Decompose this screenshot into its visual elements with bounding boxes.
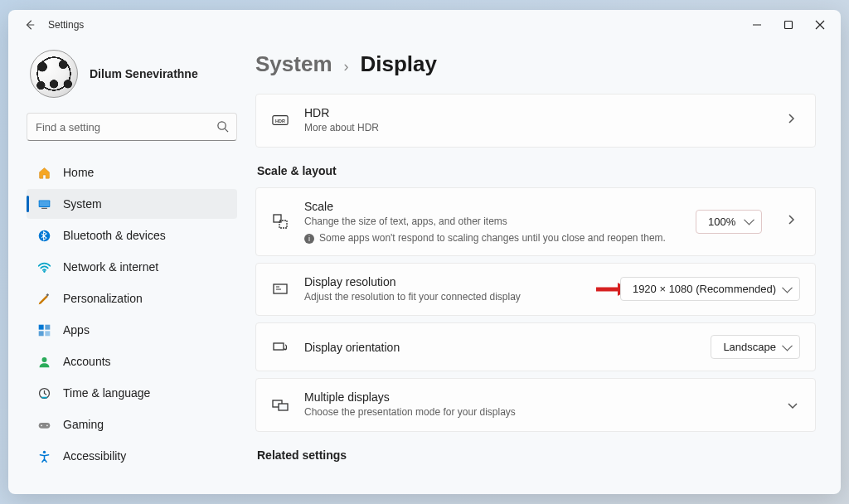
hdr-card[interactable]: HDR HDR More about HDR (255, 94, 816, 148)
nav-label: Network & internet (63, 260, 158, 274)
nav-label: Apps (63, 323, 90, 337)
titlebar: Settings (8, 10, 841, 40)
orientation-icon (271, 339, 289, 356)
home-icon (36, 165, 51, 180)
gaming-icon (36, 417, 51, 432)
orientation-card[interactable]: Display orientation Landscape (255, 322, 816, 371)
nav-network[interactable]: Network & internet (27, 252, 237, 282)
nav-accounts[interactable]: Accounts (27, 346, 237, 376)
svg-rect-11 (45, 331, 50, 336)
nav-gaming[interactable]: Gaming (27, 410, 237, 439)
svg-rect-23 (274, 343, 284, 350)
svg-point-17 (42, 450, 45, 453)
svg-rect-3 (39, 201, 49, 206)
nav-home[interactable]: Home (27, 158, 237, 187)
scale-dropdown[interactable]: 100% (696, 210, 762, 234)
nav-bluetooth[interactable]: Bluetooth & devices (27, 220, 237, 250)
chevron-right-icon (787, 113, 800, 128)
svg-rect-10 (38, 331, 43, 336)
profile[interactable]: Dilum Senevirathne (30, 50, 237, 98)
nav-time[interactable]: Time & language (27, 378, 237, 408)
search-input[interactable] (27, 113, 237, 141)
chevron-down-icon (787, 398, 800, 413)
nav-personalization[interactable]: Personalization (27, 284, 237, 313)
svg-text:HDR: HDR (275, 119, 285, 124)
nav-label: System (63, 197, 102, 211)
nav-label: Time & language (63, 386, 150, 400)
orientation-title: Display orientation (304, 341, 696, 354)
nav-label: Gaming (63, 418, 104, 431)
search-icon (216, 120, 229, 136)
svg-rect-9 (45, 324, 50, 329)
svg-point-16 (46, 424, 48, 426)
resolution-dropdown[interactable]: 1920 × 1080 (Recommended) (620, 277, 800, 301)
multiple-displays-icon (271, 397, 289, 414)
nav-label: Personalization (63, 292, 143, 305)
svg-point-15 (41, 424, 42, 426)
nav-system[interactable]: System (27, 189, 237, 219)
svg-point-6 (43, 270, 46, 273)
svg-rect-14 (38, 422, 50, 428)
hdr-sub: More about HDR (304, 121, 762, 135)
time-icon (36, 385, 51, 400)
scale-icon (271, 213, 289, 230)
svg-point-1 (218, 122, 226, 129)
svg-point-12 (41, 356, 46, 361)
breadcrumb-current: Display (361, 51, 438, 77)
back-button[interactable] (18, 19, 41, 31)
svg-rect-25 (279, 404, 288, 410)
network-icon (36, 259, 51, 274)
nav-apps[interactable]: Apps (27, 315, 237, 345)
hdr-icon: HDR (271, 114, 289, 126)
hdr-title: HDR (304, 106, 762, 119)
bluetooth-icon (36, 228, 51, 243)
svg-rect-0 (785, 22, 793, 29)
svg-rect-8 (38, 324, 43, 329)
minimize-button[interactable] (751, 19, 763, 31)
svg-rect-4 (41, 207, 47, 208)
system-icon (36, 196, 51, 211)
settings-window: Settings Dilum Senevirathne Home System … (8, 10, 841, 494)
info-icon: i (304, 234, 314, 244)
chevron-right-icon: › (344, 58, 349, 75)
chevron-right-icon (787, 214, 800, 229)
username: Dilum Senevirathne (90, 67, 198, 80)
window-title: Settings (48, 19, 84, 31)
maximize-button[interactable] (783, 19, 794, 31)
sidebar: Dilum Senevirathne Home System Bluetooth… (8, 40, 249, 494)
scale-card[interactable]: Scale Change the size of text, apps, and… (255, 187, 816, 256)
breadcrumb: System › Display (255, 51, 816, 77)
resolution-card[interactable]: Display resolution Adjust the resolution… (255, 263, 816, 317)
scale-title: Scale (304, 200, 681, 213)
scale-sub: Change the size of text, apps, and other… (304, 215, 681, 229)
multiple-sub: Choose the presentation mode for your di… (304, 405, 762, 419)
personalization-icon (36, 291, 51, 306)
main-content: System › Display HDR HDR More about HDR … (249, 40, 841, 494)
avatar (30, 50, 78, 98)
multiple-title: Multiple displays (304, 390, 762, 404)
close-button[interactable] (814, 19, 826, 31)
multiple-displays-card[interactable]: Multiple displays Choose the presentatio… (255, 378, 816, 432)
resolution-title: Display resolution (304, 275, 605, 288)
accounts-icon (36, 354, 51, 369)
resolution-sub: Adjust the resolution to fit your connec… (304, 290, 605, 304)
resolution-icon (271, 281, 289, 298)
orientation-dropdown[interactable]: Landscape (711, 335, 800, 359)
nav-list: Home System Bluetooth & devices Network … (27, 158, 237, 471)
accessibility-icon (36, 448, 51, 463)
section-related: Related settings (257, 448, 816, 462)
nav-label: Bluetooth & devices (63, 229, 166, 242)
scale-note: Some apps won't respond to scaling chang… (319, 232, 666, 244)
nav-label: Accessibility (63, 449, 126, 463)
section-scale-layout: Scale & layout (257, 164, 816, 177)
nav-accessibility[interactable]: Accessibility (27, 441, 237, 471)
breadcrumb-parent[interactable]: System (255, 51, 332, 77)
nav-label: Accounts (63, 355, 111, 368)
nav-label: Home (63, 166, 94, 179)
apps-icon (36, 322, 51, 337)
